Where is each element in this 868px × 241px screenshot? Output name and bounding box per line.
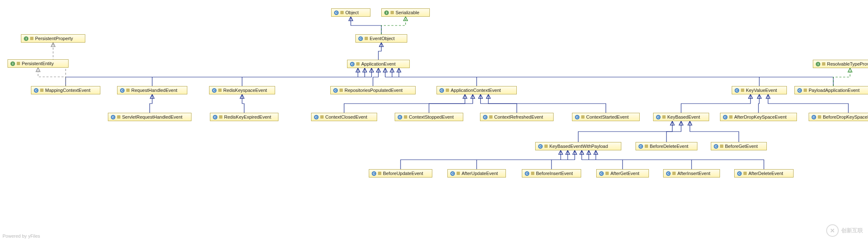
node-RepositoriesPopulatedEvent[interactable]: CRepositoriesPopulatedEvent [330, 86, 416, 94]
node-PersistentEntity[interactable]: IPersistentEntity [8, 59, 69, 68]
class-icon: C [666, 171, 671, 176]
edge-BeforeDeleteEvent-KeyBasedEvent [666, 121, 681, 142]
interface-icon: I [24, 36, 28, 41]
lock-icon [822, 62, 825, 66]
edge-AfterUpdateEvent-KeyBasedEventWithPayload [477, 150, 568, 169]
class-icon: C [797, 88, 802, 93]
lock-icon [340, 89, 343, 92]
class-icon: C [111, 115, 115, 119]
edge-BeforeGetEvent-KeyBasedEvent [690, 121, 739, 142]
node-ApplicationEvent[interactable]: CApplicationEvent [347, 60, 410, 68]
lock-icon [446, 89, 449, 92]
class-icon: C [34, 88, 38, 93]
class-icon: C [450, 171, 455, 176]
class-icon: C [398, 115, 402, 119]
interface-icon: I [816, 62, 820, 66]
node-ContextRefreshedEvent[interactable]: CContextRefreshedEvent [480, 113, 554, 121]
edge-KeyBasedEvent-KeyValueEvent [681, 94, 751, 113]
class-icon: C [737, 171, 742, 176]
node-label: KeyValueEvent [746, 88, 777, 93]
lock-icon [320, 115, 324, 119]
lock-icon [340, 11, 344, 14]
lock-icon [720, 145, 723, 148]
watermark: ✕ 创新互联 [826, 224, 863, 237]
interface-icon: I [384, 10, 389, 15]
node-MappingContextEvent[interactable]: CMappingContextEvent [31, 86, 100, 94]
edge-KeyBasedEventWithPayload-KeyBasedEvent [578, 121, 672, 142]
node-KeyBasedEvent[interactable]: CKeyBasedEvent [653, 113, 709, 121]
class-icon: C [638, 144, 643, 149]
node-KeyValueEvent[interactable]: CKeyValueEvent [732, 86, 787, 94]
node-label: PersistentProperty [35, 36, 73, 41]
interface-icon: I [10, 61, 15, 66]
node-label: AfterDropKeySpaceEvent [734, 114, 786, 119]
node-KeyBasedEventWithPayload[interactable]: CKeyBasedEventWithPayload [535, 142, 621, 150]
node-label: ContextRefreshedEvent [494, 114, 543, 119]
lock-icon [729, 115, 733, 119]
node-ContextClosedEvent[interactable]: CContextClosedEvent [311, 113, 377, 121]
edge-ApplicationContextEvent-ApplicationEvent [385, 68, 477, 86]
node-EventObject[interactable]: CEventObject [355, 34, 407, 43]
node-PersistentProperty[interactable]: IPersistentProperty [21, 34, 85, 43]
node-BeforeInsertEvent[interactable]: CBeforeInsertEvent [522, 169, 581, 178]
class-icon: C [212, 88, 217, 93]
node-ContextStoppedEvent[interactable]: CContextStoppedEvent [395, 113, 463, 121]
lock-icon [404, 115, 407, 119]
edge-AfterDropKeySpaceEvent-KeyValueEvent [758, 94, 759, 113]
node-label: BeforeDeleteEvent [650, 144, 688, 149]
node-label: PayloadApplicationEvent [809, 88, 860, 93]
node-Serializable[interactable]: ISerializable [381, 8, 430, 17]
edge-ServletRequestHandledEvent-RequestHandledEvent [150, 94, 152, 113]
node-label: MappingContextEvent [45, 88, 90, 93]
watermark-icon: ✕ [826, 224, 839, 237]
node-AfterDeleteEvent[interactable]: CAfterDeleteEvent [734, 169, 794, 178]
node-PayloadApplicationEvent[interactable]: CPayloadApplicationEvent [794, 86, 868, 94]
node-RedisKeyExpiredEvent[interactable]: CRedisKeyExpiredEvent [210, 113, 278, 121]
node-ApplicationContextEvent[interactable]: CApplicationContextEvent [437, 86, 517, 94]
class-icon: C [656, 115, 661, 119]
node-RedisKeyspaceEvent[interactable]: CRedisKeyspaceEvent [209, 86, 275, 94]
node-label: EventObject [370, 36, 395, 41]
node-AfterInsertEvent[interactable]: CAfterInsertEvent [663, 169, 720, 178]
edge-RequestHandledEvent-ApplicationEvent [152, 68, 365, 86]
node-BeforeUpdateEvent[interactable]: CBeforeUpdateEvent [369, 169, 432, 178]
class-icon: C [483, 115, 488, 119]
node-ServletRequestHandledEvent[interactable]: CServletRequestHandledEvent [108, 113, 191, 121]
node-BeforeGetEvent[interactable]: CBeforeGetEvent [711, 142, 767, 150]
node-Object[interactable]: CObject [331, 8, 370, 17]
lock-icon [17, 62, 20, 65]
class-icon: C [333, 88, 338, 93]
node-BeforeDropKeySpaceEvent[interactable]: CBeforeDropKeySpaceEvent [809, 113, 868, 121]
edge-AfterGetEvent-KeyBasedEventWithPayload [582, 150, 623, 169]
lock-icon [30, 37, 33, 40]
edge-ContextRefreshedEvent-ApplicationContextEvent [480, 94, 517, 113]
watermark-text: 创新互联 [841, 227, 863, 234]
class-icon: C [372, 171, 376, 176]
node-ContextStartedEvent[interactable]: CContextStartedEvent [572, 113, 640, 121]
edge-RedisKeyExpiredEvent-RedisKeyspaceEvent [242, 94, 244, 113]
lock-icon [544, 145, 548, 148]
node-label: RedisKeyspaceEvent [223, 88, 267, 93]
edge-BeforeUpdateEvent-KeyBasedEventWithPayload [401, 150, 561, 169]
node-RequestHandledEvent[interactable]: CRequestHandledEvent [117, 86, 187, 94]
class-icon: C [439, 88, 444, 93]
class-icon: C [314, 115, 319, 119]
node-BeforeDeleteEvent[interactable]: CBeforeDeleteEvent [636, 142, 697, 150]
class-icon: C [213, 115, 217, 119]
lock-icon [581, 115, 585, 119]
node-label: ContextClosedEvent [325, 114, 367, 119]
node-label: AfterInsertEvent [677, 171, 710, 176]
lock-icon [218, 89, 222, 92]
node-label: ContextStoppedEvent [409, 114, 454, 119]
node-AfterGetEvent[interactable]: CAfterGetEvent [596, 169, 649, 178]
lock-icon [378, 172, 381, 175]
edge-ContextStartedEvent-ApplicationContextEvent [488, 94, 606, 113]
node-ResolvableTypeProvider[interactable]: IResolvableTypeProvider [813, 60, 868, 68]
class-icon: C [358, 36, 363, 41]
node-AfterDropKeySpaceEvent[interactable]: CAfterDropKeySpaceEvent [720, 113, 797, 121]
lock-icon [531, 172, 534, 175]
node-AfterUpdateEvent[interactable]: CAfterUpdateEvent [447, 169, 506, 178]
edge-KeyValueEvent-ApplicationEvent [392, 68, 759, 86]
node-label: AfterGetEvent [610, 171, 639, 176]
lock-icon [117, 115, 120, 119]
